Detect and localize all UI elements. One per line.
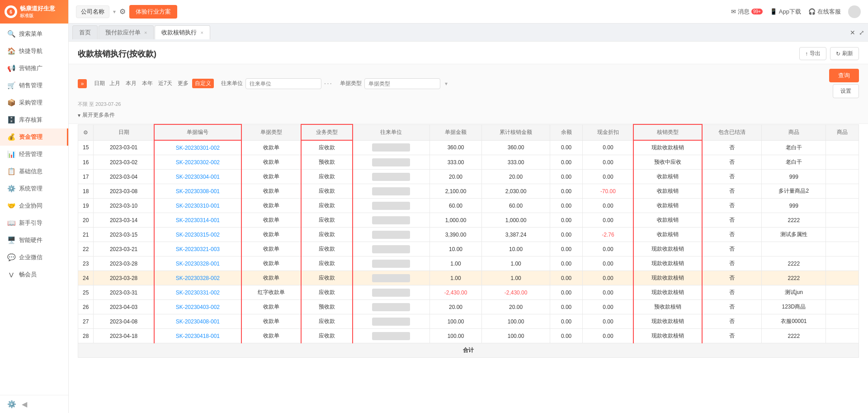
date-more[interactable]: 更多 [176, 79, 190, 88]
th-bill-no[interactable]: 单据编号 [154, 124, 241, 140]
th-product[interactable]: 商品 [762, 124, 826, 140]
refresh-btn[interactable]: ↻ 刷新 [830, 47, 859, 60]
cell-client: ████████ [353, 140, 430, 155]
online-service-action[interactable]: 🎧 在线客服 [808, 8, 841, 16]
voucher-type-dropdown-icon[interactable]: ▾ [445, 81, 448, 87]
sidebar-label-smart-hw: 智能硬件 [19, 236, 42, 244]
headset-icon: 🎧 [808, 8, 816, 15]
setting-btn[interactable]: 设置 [833, 84, 859, 98]
sidebar-item-inventory[interactable]: 🗄️库存核算 [0, 111, 68, 128]
tab-close-pre-payment[interactable]: × [144, 30, 147, 35]
th-product2[interactable]: 商品 [826, 124, 859, 140]
th-biz-type[interactable]: 业务类型 [301, 124, 352, 140]
voucher-type-input[interactable] [364, 78, 440, 89]
collapse-icon[interactable]: ◀ [22, 400, 27, 408]
filter-dots[interactable]: ··· [324, 80, 333, 88]
date-last-month[interactable]: 上月 [108, 79, 122, 88]
bill-no-link[interactable]: SK-20230304-001 [176, 174, 220, 180]
th-settings[interactable]: ⚙ [78, 124, 94, 140]
tab-home[interactable]: 首页 [72, 25, 98, 39]
date-this-month[interactable]: 本月 [124, 79, 138, 88]
tab-collection-verify[interactable]: 收款核销执行× [155, 25, 210, 39]
cell-date: 2023-03-08 [94, 184, 154, 199]
th-balance[interactable]: 余额 [550, 124, 583, 140]
user-avatar[interactable] [848, 5, 861, 18]
settings-icon[interactable]: ⚙️ [7, 400, 16, 408]
company-selector[interactable]: 公司名称 [76, 5, 109, 18]
cell-balance: 0.00 [550, 242, 583, 256]
sidebar-item-marketing[interactable]: 📢营销推广 [0, 60, 68, 77]
cell-no: 26 [78, 300, 94, 314]
bill-no-link[interactable]: SK-20230302-002 [176, 159, 220, 166]
cell-cash-discount: 0.00 [583, 140, 633, 155]
app-logo-icon: 6 [5, 5, 17, 18]
th-amount[interactable]: 单据金额 [429, 124, 482, 140]
cell-date: 2023-03-02 [94, 155, 154, 170]
sidebar-item-guide[interactable]: 📖新手引导 [0, 214, 68, 232]
th-date[interactable]: 日期 [94, 124, 154, 140]
export-btn[interactable]: ↑ 导出 [799, 47, 826, 60]
th-included[interactable]: 包含已结清 [702, 124, 762, 140]
query-btn[interactable]: 查询 [829, 69, 859, 82]
th-acc-amount[interactable]: 累计核销金额 [482, 124, 550, 140]
date-7days[interactable]: 近7天 [156, 79, 174, 88]
app-download-action[interactable]: 📱 App下载 [770, 8, 801, 16]
cell-acc-amount: 1,000.00 [482, 213, 550, 228]
bill-no-link[interactable]: SK-20230328-002 [176, 275, 220, 281]
sidebar-icon-system: ⚙️ [7, 185, 15, 193]
cell-cash-discount: -70.00 [583, 184, 633, 199]
tab-pre-payment[interactable]: 预付款应付单× [99, 25, 154, 39]
date-custom[interactable]: 自定义 [192, 79, 214, 88]
expand-more-btn[interactable]: ▾ 展开更多条件 [78, 111, 859, 119]
cell-client: ████████ [353, 228, 430, 242]
sidebar-item-search-menu[interactable]: 🔍搜索菜单 [0, 25, 68, 43]
cell-bill-type: 红字收款单 [241, 285, 302, 300]
bill-no-link[interactable]: SK-20230418-001 [176, 333, 220, 339]
th-cash-discount[interactable]: 现金折扣 [583, 124, 633, 140]
sidebar-item-system[interactable]: ⚙️系统管理 [0, 180, 68, 197]
cell-client: ████████ [353, 184, 430, 199]
sidebar-item-member[interactable]: V畅会员 [0, 266, 68, 283]
th-verify-type[interactable]: 核销类型 [633, 124, 702, 140]
sidebar-item-enterprise[interactable]: 🤝企业协同 [0, 197, 68, 214]
cell-biz-type: 应收款 [301, 314, 352, 329]
sidebar-item-purchase[interactable]: 📦采购管理 [0, 94, 68, 111]
cell-biz-type: 应收款 [301, 170, 352, 184]
svg-text:6: 6 [9, 9, 12, 14]
bill-no-link[interactable]: SK-20230403-002 [176, 304, 220, 310]
bill-no-link[interactable]: SK-20230331-002 [176, 290, 220, 296]
bill-no-link[interactable]: SK-20230314-001 [176, 217, 220, 223]
bill-no-link[interactable]: SK-20230310-001 [176, 203, 220, 209]
sidebar-item-operations[interactable]: 📊经营管理 [0, 146, 68, 163]
message-action[interactable]: ✉ 消息 99+ [731, 8, 763, 16]
bill-no-link[interactable]: SK-20230408-001 [176, 318, 220, 325]
tab-close-collection-verify[interactable]: × [200, 30, 203, 35]
bill-no-link[interactable]: SK-20230308-001 [176, 188, 220, 195]
close-window-icon[interactable]: ✕ [850, 29, 855, 36]
sidebar-item-basic-info[interactable]: 📋基础信息 [0, 163, 68, 180]
cell-acc-amount: 333.00 [482, 155, 550, 170]
sidebar-item-quick-nav[interactable]: 🏠快捷导航 [0, 43, 68, 60]
sidebar-item-finance[interactable]: 💰资金管理 [0, 128, 68, 146]
sidebar: 6 畅康道好生意 标准版 🔍搜索菜单🏠快捷导航📢营销推广🛒销售管理📦采购管理🗄️… [0, 0, 69, 413]
cell-acc-amount: 2,030.00 [482, 184, 550, 199]
filter-toggle-btn[interactable]: » [78, 79, 87, 88]
bill-no-link[interactable]: SK-20230315-002 [176, 232, 220, 238]
cell-product: 2222 [762, 256, 826, 271]
bill-no-link[interactable]: SK-20230328-001 [176, 261, 220, 267]
cell-product: 123D商品 [762, 300, 826, 314]
bill-no-link[interactable]: SK-20230301-002 [176, 145, 220, 151]
table-row: 27 2023-04-08 SK-20230408-001 收款单 应收款 ██… [78, 314, 859, 329]
industry-btn[interactable]: 体验行业方案 [129, 5, 177, 19]
sidebar-item-sales[interactable]: 🛒销售管理 [0, 77, 68, 94]
date-this-year[interactable]: 本年 [140, 79, 155, 88]
th-bill-type[interactable]: 单据类型 [241, 124, 302, 140]
bill-no-link[interactable]: SK-20230321-003 [176, 246, 220, 252]
client-input[interactable] [245, 78, 321, 89]
maximize-icon[interactable]: ⤢ [859, 29, 864, 36]
th-client[interactable]: 往来单位 [353, 124, 430, 140]
cell-balance: 0.00 [550, 228, 583, 242]
gear-icon[interactable]: ⚙ [119, 7, 126, 16]
sidebar-item-wechat[interactable]: 💬企业微信 [0, 249, 68, 266]
sidebar-item-smart-hw[interactable]: 🖥️智能硬件 [0, 232, 68, 249]
